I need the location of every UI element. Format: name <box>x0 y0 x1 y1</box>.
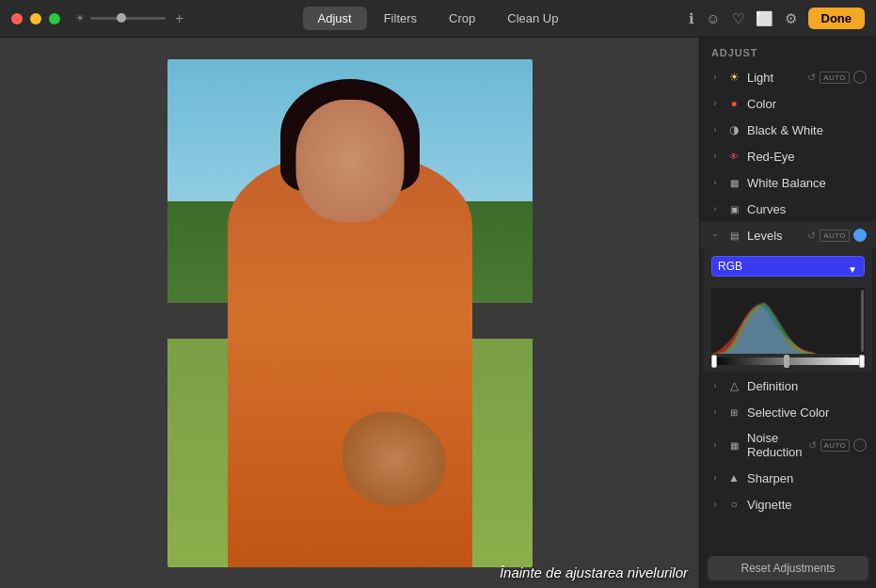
vignette-icon: ○ <box>726 497 741 512</box>
redeye-label: Red-Eye <box>747 150 867 164</box>
tab-filters[interactable]: Filters <box>369 7 432 30</box>
panel-title: ADJUST <box>700 38 876 64</box>
titlebar-right: ℹ ☺ ♡ ⬜ ⚙ Done <box>689 8 865 29</box>
chevron-sharpen: › <box>709 473 721 483</box>
light-label: Light <box>747 71 802 85</box>
adjust-item-noise[interactable]: › ▦ Noise Reduction ↺ AUTO <box>700 425 876 465</box>
spacer <box>700 517 876 548</box>
adjust-item-vignette[interactable]: › ○ Vignette <box>700 491 876 517</box>
levels-icon: ▤ <box>726 228 741 243</box>
settings-icon[interactable]: ⚙ <box>785 10 797 27</box>
adjust-item-sharpen[interactable]: › ▲ Sharpen <box>700 465 876 491</box>
info-icon[interactable]: ℹ <box>689 10 694 27</box>
done-button[interactable]: Done <box>808 8 866 29</box>
chevron-noise: › <box>709 440 721 450</box>
chevron-levels: › <box>710 230 720 241</box>
photo-canvas <box>167 59 533 567</box>
reset-levels-icon[interactable]: ↺ <box>807 230 816 242</box>
color-label: Color <box>747 97 867 111</box>
reset-adjustments-button[interactable]: Reset Adjustments <box>708 556 868 580</box>
chevron-selective-color: › <box>709 407 721 417</box>
bw-label: Black & White <box>747 123 867 137</box>
minimize-button[interactable] <box>30 13 41 24</box>
close-button[interactable] <box>11 13 23 24</box>
tab-adjust[interactable]: Adjust <box>303 7 367 30</box>
photo-area: Înainte de ajustarea nivelurilor <box>0 38 699 588</box>
histogram-scrollbar[interactable] <box>861 290 864 352</box>
curves-icon: ▣ <box>726 201 741 216</box>
histogram <box>711 288 865 354</box>
adjust-item-levels[interactable]: › ▤ Levels ↺ AUTO <box>700 222 876 248</box>
adjust-item-light[interactable]: › ☀ Light ↺ AUTO <box>700 64 876 90</box>
noise-label: Noise Reduction <box>747 431 803 459</box>
brightness-icon: ☀ <box>75 12 85 24</box>
levels-handle-mid[interactable] <box>784 355 789 368</box>
wb-icon: ▩ <box>726 175 741 190</box>
chevron-bw: › <box>709 125 721 135</box>
toggle-levels[interactable] <box>853 229 867 242</box>
emoji-icon[interactable]: ☺ <box>706 10 720 26</box>
traffic-lights <box>11 13 60 24</box>
brightness-slider[interactable] <box>90 17 166 20</box>
tab-crop[interactable]: Crop <box>434 7 490 30</box>
chevron-color: › <box>709 99 721 108</box>
adjust-item-redeye[interactable]: › 👁 Red-Eye <box>700 143 876 169</box>
photo-caption: Înainte de ajustarea nivelurilor <box>500 564 688 580</box>
reset-noise-icon[interactable]: ↺ <box>808 439 817 452</box>
selective-color-icon: ⊞ <box>726 405 741 420</box>
add-button[interactable]: + <box>175 10 183 27</box>
photo-container <box>167 59 533 567</box>
bw-icon: ◑ <box>726 122 741 137</box>
auto-badge-noise[interactable]: AUTO <box>820 439 851 452</box>
curves-label: Curves <box>747 202 867 216</box>
vignette-label: Vignette <box>747 498 867 512</box>
toggle-noise[interactable] <box>853 438 867 452</box>
levels-handle-right[interactable] <box>859 355 865 368</box>
definition-icon: △ <box>726 378 741 393</box>
heart-icon[interactable]: ♡ <box>732 10 744 27</box>
light-actions: ↺ AUTO <box>807 71 867 84</box>
adjust-item-bw[interactable]: › ◑ Black & White <box>700 117 876 143</box>
levels-handle-left[interactable] <box>711 355 717 368</box>
sharpen-icon: ▲ <box>726 470 741 485</box>
levels-label: Levels <box>747 229 802 243</box>
adjust-item-curves[interactable]: › ▣ Curves <box>700 196 876 222</box>
noise-actions: ↺ AUTO <box>808 438 868 452</box>
noise-icon: ▦ <box>726 437 741 453</box>
rgb-select[interactable]: RGB Red Green Blue Luminance <box>711 256 865 277</box>
adjust-item-selective-color[interactable]: › ⊞ Selective Color <box>700 399 876 425</box>
adjust-item-definition[interactable]: › △ Definition <box>700 373 876 399</box>
definition-label: Definition <box>747 379 867 393</box>
chevron-vignette: › <box>709 500 721 509</box>
wb-label: White Balance <box>747 176 867 190</box>
rgb-dropdown-container: RGB Red Green Blue Luminance ▼ <box>711 256 865 282</box>
toggle-light[interactable] <box>853 71 867 84</box>
right-panel: ADJUST › ☀ Light ↺ AUTO › ● Color › ◑ Bl… <box>699 38 876 588</box>
chevron-curves: › <box>709 204 721 214</box>
adjust-item-color[interactable]: › ● Color <box>700 90 876 117</box>
redeye-icon: 👁 <box>726 149 741 164</box>
chevron-light: › <box>709 72 721 82</box>
auto-badge-light[interactable]: AUTO <box>820 72 850 84</box>
tab-cleanup[interactable]: Clean Up <box>492 7 573 30</box>
light-icon: ☀ <box>726 70 741 85</box>
adjust-item-wb[interactable]: › ▩ White Balance <box>700 169 876 196</box>
color-icon: ● <box>726 96 741 111</box>
levels-content: RGB Red Green Blue Luminance ▼ <box>704 248 872 373</box>
titlebar: ☀ + Adjust Filters Crop Clean Up ℹ ☺ ♡ ⬜… <box>0 0 876 38</box>
histogram-svg <box>711 288 865 354</box>
chevron-redeye: › <box>709 151 721 161</box>
brightness-slider-area: ☀ + <box>75 10 183 27</box>
fullscreen-button[interactable] <box>49 13 60 24</box>
reset-light-icon[interactable]: ↺ <box>807 72 816 84</box>
sharpen-label: Sharpen <box>747 471 867 485</box>
auto-badge-levels[interactable]: AUTO <box>820 230 850 242</box>
chevron-wb: › <box>709 178 721 187</box>
levels-actions: ↺ AUTO <box>807 229 867 242</box>
face <box>295 100 404 222</box>
chevron-definition: › <box>709 381 721 390</box>
nav-tabs: Adjust Filters Crop Clean Up <box>303 7 574 30</box>
share-icon[interactable]: ⬜ <box>756 10 773 27</box>
main-content: Înainte de ajustarea nivelurilor ADJUST … <box>0 38 876 588</box>
levels-slider[interactable] <box>711 358 865 365</box>
